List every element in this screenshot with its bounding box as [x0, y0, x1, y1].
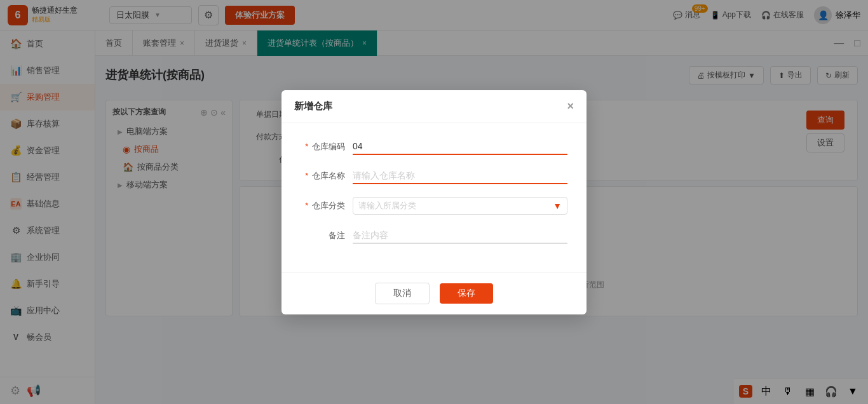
- cancel-button[interactable]: 取消: [375, 283, 430, 304]
- modal-header: 新增仓库 ×: [281, 90, 587, 123]
- modal-overlay[interactable]: 新增仓库 × * 仓库编码 * 仓库名称: [0, 0, 868, 404]
- form-row-remark: 备注: [301, 227, 567, 244]
- required-star-category: *: [305, 201, 308, 210]
- category-dropdown-icon: ▼: [553, 201, 562, 211]
- warehouse-name-input[interactable]: [353, 168, 567, 184]
- modal-footer: 取消 保存: [281, 272, 587, 314]
- required-star-code: *: [305, 142, 308, 151]
- remark-input[interactable]: [353, 227, 567, 244]
- category-label: * 仓库分类: [301, 200, 345, 212]
- warehouse-code-input[interactable]: [353, 138, 567, 155]
- form-row-code: * 仓库编码: [301, 138, 567, 155]
- form-row-name: * 仓库名称: [301, 168, 567, 184]
- modal-dialog: 新增仓库 × * 仓库编码 * 仓库名称: [281, 90, 587, 314]
- save-button[interactable]: 保存: [440, 283, 493, 304]
- modal-close-button[interactable]: ×: [567, 100, 574, 112]
- name-label: * 仓库名称: [301, 170, 345, 182]
- remark-label: 备注: [301, 230, 345, 241]
- category-select-placeholder: 请输入所属分类: [358, 200, 553, 212]
- modal-title: 新增仓库: [294, 100, 332, 112]
- modal-body: * 仓库编码 * 仓库名称 * 仓库分类 请输入所属: [281, 123, 587, 272]
- form-row-category: * 仓库分类 请输入所属分类 ▼: [301, 197, 567, 215]
- required-star-name: *: [305, 171, 308, 180]
- category-select[interactable]: 请输入所属分类 ▼: [353, 197, 567, 215]
- code-label: * 仓库编码: [301, 141, 345, 152]
